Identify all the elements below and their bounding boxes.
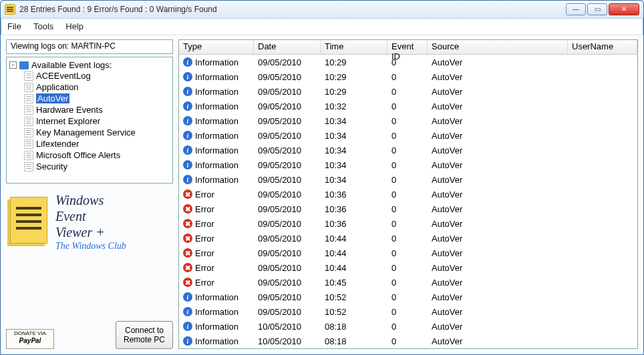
table-row[interactable]: iInformation09/05/201010:290AutoVer (179, 69, 637, 84)
cell-type: ✖Error (179, 190, 254, 200)
paypal-top-label: DONATE VIA (8, 331, 52, 337)
col-header-time[interactable]: Time (321, 40, 387, 54)
table-row[interactable]: iInformation09/05/201010:520AutoVer (179, 304, 637, 319)
col-header-eventid[interactable]: Event ID (387, 40, 428, 54)
computer-icon (19, 61, 29, 69)
cell-source: AutoVer (428, 234, 568, 244)
cell-eventid: 0 (387, 234, 428, 244)
table-row[interactable]: iInformation09/05/201010:340AutoVer (179, 113, 637, 128)
table-row[interactable]: iInformation09/05/201010:340AutoVer (179, 128, 637, 143)
col-header-date[interactable]: Date (254, 40, 321, 54)
table-row[interactable]: ✖Error09/05/201010:440AutoVer (179, 260, 637, 275)
minimize-button[interactable]: — (566, 3, 586, 15)
cell-date: 09/05/2010 (254, 116, 321, 126)
window-title: 28 Entries Found : 9 Error/s Found : 0 W… (19, 5, 566, 14)
table-row[interactable]: iInformation09/05/201010:340AutoVer (179, 172, 637, 187)
cell-time: 10:34 (321, 131, 387, 141)
tree-item-label: Key Management Service (36, 127, 136, 137)
cell-type: iInformation (179, 160, 254, 170)
cell-source: AutoVer (428, 57, 568, 67)
menu-file[interactable]: File (7, 21, 21, 31)
maximize-button[interactable]: ▭ (587, 3, 607, 15)
col-header-type[interactable]: Type (179, 40, 254, 54)
viewing-on-field[interactable]: Viewing logs on: MARTIN-PC (6, 39, 173, 54)
cell-eventid: 0 (387, 101, 428, 111)
cell-time: 10:52 (321, 292, 387, 302)
tree-item[interactable]: Application (23, 81, 171, 93)
donate-paypal-button[interactable]: DONATE VIA PayPal (6, 329, 54, 349)
tree-item[interactable]: Microsoft Office Alerts (23, 149, 171, 161)
table-row[interactable]: ✖Error09/05/201010:360AutoVer (179, 202, 637, 216)
grid-body[interactable]: iInformation09/05/201010:290AutoVeriInfo… (179, 55, 637, 348)
error-icon: ✖ (183, 263, 192, 272)
col-header-username[interactable]: UserName (568, 40, 637, 54)
log-file-icon (24, 162, 33, 171)
cell-eventid: 0 (387, 219, 428, 229)
error-icon: ✖ (183, 234, 192, 243)
info-icon: i (183, 175, 192, 184)
menu-help[interactable]: Help (65, 21, 84, 31)
table-row[interactable]: iInformation09/05/201010:340AutoVer (179, 143, 637, 157)
tree-item-label: Internet Explorer (36, 116, 100, 126)
cell-type: iInformation (179, 87, 254, 97)
cell-date: 09/05/2010 (254, 87, 321, 97)
table-row[interactable]: iInformation09/05/201010:520AutoVer (179, 290, 637, 304)
log-file-icon (24, 128, 33, 137)
log-file-icon (24, 105, 33, 115)
table-row[interactable]: iInformation09/05/201010:290AutoVer (179, 55, 637, 69)
event-log-tree[interactable]: − Available Event logs: ACEEventLogAppli… (6, 57, 173, 184)
col-header-source[interactable]: Source (428, 40, 568, 54)
app-logo-icon (10, 197, 47, 244)
cell-source: AutoVer (428, 116, 568, 126)
table-row[interactable]: ✖Error09/05/201010:450AutoVer (179, 275, 637, 290)
titlebar[interactable]: 28 Entries Found : 9 Error/s Found : 0 W… (1, 1, 643, 19)
tree-item[interactable]: Security (23, 161, 171, 172)
info-icon: i (183, 336, 192, 346)
cell-type: iInformation (179, 101, 254, 111)
tree-item[interactable]: ACEEventLog (23, 70, 171, 81)
table-row[interactable]: iInformation09/05/201010:320AutoVer (179, 99, 637, 113)
tree-item[interactable]: AutoVer (23, 93, 171, 104)
cell-source: AutoVer (428, 204, 568, 214)
table-row[interactable]: iInformation09/05/201010:290AutoVer (179, 84, 637, 99)
cell-time: 10:34 (321, 116, 387, 126)
tree-item[interactable]: Key Management Service (23, 127, 171, 138)
cell-eventid: 0 (387, 322, 428, 332)
tree-root[interactable]: − Available Event logs: (8, 60, 171, 70)
table-row[interactable]: iInformation09/05/201010:340AutoVer (179, 157, 637, 172)
cell-time: 10:44 (321, 263, 387, 273)
cell-source: AutoVer (428, 219, 568, 229)
cell-time: 10:36 (321, 190, 387, 200)
close-button[interactable]: ✕ (609, 3, 639, 15)
tree-item-label: Lifextender (36, 139, 79, 149)
cell-eventid: 0 (387, 145, 428, 155)
info-icon: i (183, 307, 192, 316)
collapse-icon[interactable]: − (9, 61, 17, 69)
info-icon: i (183, 101, 192, 111)
cell-time: 10:29 (321, 87, 387, 97)
app-window: 28 Entries Found : 9 Error/s Found : 0 W… (0, 0, 644, 355)
log-file-icon (24, 139, 33, 149)
table-row[interactable]: ✖Error09/05/201010:440AutoVer (179, 246, 637, 260)
connect-remote-button[interactable]: Connect to Remote PC (116, 321, 173, 349)
cell-type: ✖Error (179, 248, 254, 258)
table-row[interactable]: ✖Error09/05/201010:360AutoVer (179, 187, 637, 202)
bottom-buttons: DONATE VIA PayPal Connect to Remote PC (6, 317, 173, 349)
table-row[interactable]: ✖Error09/05/201010:440AutoVer (179, 231, 637, 246)
table-row[interactable]: ✖Error09/05/201010:360AutoVer (179, 216, 637, 231)
cell-type: ✖Error (179, 278, 254, 288)
table-row[interactable]: iInformation10/05/201008:180AutoVer (179, 334, 637, 348)
table-row[interactable]: iInformation10/05/201008:180AutoVer (179, 319, 637, 334)
cell-source: AutoVer (428, 292, 568, 302)
tree-item[interactable]: Hardware Events (23, 104, 171, 115)
info-icon: i (183, 145, 192, 155)
info-icon: i (183, 116, 192, 125)
cell-time: 10:45 (321, 278, 387, 288)
cell-type: iInformation (179, 307, 254, 317)
cell-time: 10:29 (321, 57, 387, 67)
menu-tools[interactable]: Tools (33, 21, 53, 31)
tree-item[interactable]: Lifextender (23, 138, 171, 149)
tree-item[interactable]: Internet Explorer (23, 115, 171, 127)
tree-item-label: Microsoft Office Alerts (36, 150, 120, 160)
cell-type: ✖Error (179, 234, 254, 244)
